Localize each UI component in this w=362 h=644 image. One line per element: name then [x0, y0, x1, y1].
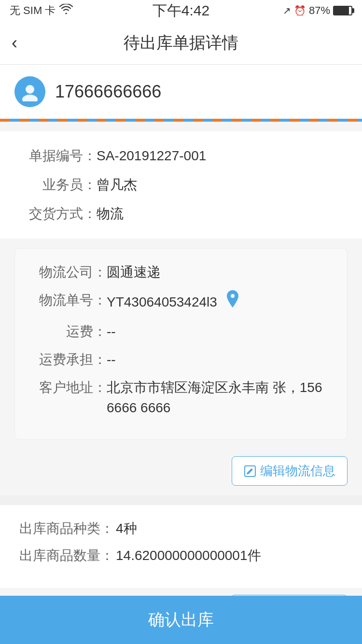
- delivery-label: 交货方式：: [19, 204, 97, 224]
- doc-number-value: SA-20191227-001: [97, 146, 343, 166]
- map-pin-icon[interactable]: [225, 290, 240, 314]
- wifi-icon: [59, 4, 73, 17]
- tracking-label: 物流单号：: [29, 290, 107, 310]
- goods-quantity-value: 14.620000000000001件: [116, 546, 261, 565]
- freight-row: 运费： --: [29, 322, 333, 342]
- salesman-value: 曾凡杰: [97, 175, 343, 195]
- edit-logistics-label: 编辑物流信息: [260, 462, 335, 479]
- user-header: 17666666666: [0, 65, 362, 119]
- user-phone: 17666666666: [55, 82, 161, 102]
- carrier-text: 无 SIM 卡: [10, 3, 56, 18]
- alarm-icon: ⏰: [294, 5, 306, 16]
- status-right: ↗ ⏰ 87%: [283, 4, 352, 17]
- freight-bearer-row: 运费承担： --: [29, 350, 333, 370]
- freight-label: 运费：: [29, 322, 107, 342]
- goods-types-label: 出库商品种类：: [19, 519, 116, 538]
- goods-section: 出库商品种类： 4种 出库商品数量： 14.620000000000001件: [0, 505, 362, 588]
- avatar: [14, 76, 45, 107]
- confirm-bar[interactable]: 确认出库: [0, 596, 362, 644]
- edit-logistics-row: 编辑物流信息: [14, 456, 348, 486]
- svg-point-1: [22, 95, 38, 101]
- svg-point-0: [26, 85, 34, 94]
- salesman-row: 业务员： 曾凡杰: [19, 175, 343, 195]
- logistics-company-row: 物流公司： 圆通速递: [29, 262, 333, 282]
- status-time: 下午4:42: [153, 1, 209, 21]
- page-title: 待出库单据详情: [124, 32, 238, 54]
- doc-number-row: 单据编号： SA-20191227-001: [19, 146, 343, 166]
- status-left: 无 SIM 卡: [10, 3, 73, 18]
- salesman-label: 业务员：: [19, 175, 97, 195]
- delivery-row: 交货方式： 物流: [19, 204, 343, 224]
- tracking-number: YT43064053424l3: [107, 292, 217, 312]
- freight-bearer-value: --: [107, 350, 333, 370]
- delivery-value: 物流: [97, 204, 343, 224]
- logistics-card: 物流公司： 圆通速递 物流单号： YT43064053424l3 运费： -- …: [14, 248, 348, 440]
- section-separator: [0, 495, 362, 505]
- tracking-value: YT43064053424l3: [107, 290, 333, 314]
- goods-quantity-label: 出库商品数量：: [19, 546, 116, 565]
- back-button[interactable]: ‹: [12, 33, 17, 53]
- address-label: 客户地址：: [29, 378, 107, 398]
- freight-value: --: [107, 322, 333, 342]
- goods-quantity-row: 出库商品数量： 14.620000000000001件: [19, 546, 343, 565]
- status-bar: 无 SIM 卡 下午4:42 ↗ ⏰ 87%: [0, 0, 362, 21]
- freight-bearer-label: 运费承担：: [29, 350, 107, 370]
- dashed-divider: [0, 119, 362, 122]
- logistics-company-value: 圆通速递: [107, 262, 333, 282]
- location-status-icon: ↗: [283, 5, 291, 16]
- logistics-company-label: 物流公司：: [29, 262, 107, 282]
- battery-text: 87%: [309, 4, 330, 17]
- confirm-button-label: 确认出库: [148, 609, 214, 631]
- nav-bar: ‹ 待出库单据详情: [0, 21, 362, 65]
- edit-logistics-button[interactable]: 编辑物流信息: [232, 456, 348, 486]
- doc-number-label: 单据编号：: [19, 146, 97, 166]
- address-value: 北京市市辖区海淀区永丰南 张，156 6666 6666: [107, 378, 333, 418]
- document-info-section: 单据编号： SA-20191227-001 业务员： 曾凡杰 交货方式： 物流: [0, 131, 362, 238]
- address-row: 客户地址： 北京市市辖区海淀区永丰南 张，156 6666 6666: [29, 378, 333, 418]
- tracking-row: 物流单号： YT43064053424l3: [29, 290, 333, 314]
- battery-icon: [333, 6, 352, 15]
- goods-types-value: 4种: [116, 519, 137, 538]
- goods-types-row: 出库商品种类： 4种: [19, 519, 343, 538]
